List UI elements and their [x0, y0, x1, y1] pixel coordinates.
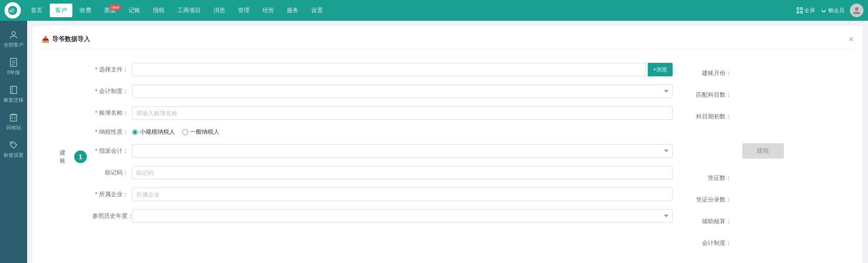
main-layout: 全部客户 0申报 账套迁移 回收站 标签设置	[0, 21, 868, 263]
subject-initial-row: 科目期初数：	[691, 110, 835, 123]
nav-right: 全屏 畅会员	[797, 4, 863, 17]
nav-business[interactable]: 工商项目	[172, 4, 206, 17]
company-label: * 所属企业：	[92, 190, 128, 198]
book-icon	[9, 85, 19, 95]
sidebar-label-trash: 回收站	[6, 124, 21, 131]
nav-service[interactable]: 服务	[281, 4, 304, 17]
fullscreen-btn[interactable]: 全屏	[797, 7, 815, 14]
dialog-header: 📥 导爷数据导入 ×	[42, 35, 854, 49]
company-row: * 所属企业：	[92, 188, 673, 201]
build-month-row: 建账月份：	[691, 66, 835, 80]
step-text: 建账	[60, 149, 71, 165]
trash-icon	[9, 113, 19, 122]
sidebar-label-declare: 0申报	[7, 69, 20, 76]
app-logo: E	[5, 2, 21, 19]
svg-text:E: E	[9, 9, 12, 13]
top-navbar: E 首页 客户 收费 票据 new 记账 报税 工商项目 消息 管理 经营 服务…	[0, 0, 868, 21]
build-month-label: 建账月份：	[691, 69, 731, 77]
user-icon	[9, 30, 19, 40]
close-button[interactable]: ×	[849, 35, 854, 43]
vip-btn[interactable]: 畅会员	[821, 7, 844, 14]
nav-bookkeeping[interactable]: 记账	[123, 4, 146, 17]
reference-year-label: 参照历史年度：	[92, 212, 128, 220]
sidebar-label-migrate: 账套迁移	[4, 97, 24, 103]
nav-home[interactable]: 首页	[25, 4, 48, 17]
radio-small-scale[interactable]: 小规模纳税人	[132, 128, 175, 136]
build-account-button[interactable]: 建账	[742, 143, 784, 159]
reference-year-row: 参照历史年度：	[92, 209, 673, 223]
sidebar-item-declare[interactable]: 0申报	[0, 53, 27, 80]
accountant-row: * 指派会计：	[92, 144, 673, 158]
nav-tax[interactable]: 报税	[147, 4, 170, 17]
ledger-name-input[interactable]	[132, 106, 673, 120]
company-input[interactable]	[132, 188, 673, 201]
accountant-label: * 指派会计：	[92, 147, 128, 155]
svg-point-7	[12, 32, 15, 35]
nav-customers[interactable]: 客户	[50, 4, 72, 17]
match-subjects-label: 匹配科目数：	[691, 91, 731, 99]
avatar[interactable]	[850, 4, 863, 17]
sidebar-item-tags[interactable]: 标签设置	[0, 136, 27, 163]
file-icon	[9, 57, 19, 67]
accounting-system-label: * 会计制度：	[92, 87, 128, 95]
form-layout: 建账 1 * 选择文件： +浏览	[42, 58, 854, 254]
sidebar: 全部客户 0申报 账套迁移 回收站 标签设置	[0, 21, 27, 263]
sidebar-item-migrate[interactable]: 账套迁移	[0, 80, 27, 108]
step-circle: 1	[74, 150, 87, 163]
voucher-records-label: 凭证分录数：	[691, 196, 731, 204]
radio-general[interactable]: 一般纳税人	[182, 128, 219, 136]
memo-code-row: 助记码：	[92, 166, 673, 179]
file-input[interactable]	[132, 63, 646, 76]
tax-type-radio-group: 小规模纳税人 一般纳税人	[132, 128, 219, 136]
auxiliary-row: 辅助核算：	[691, 215, 835, 228]
sidebar-label-all-customers: 全部客户	[4, 42, 24, 48]
radio-general-input[interactable]	[182, 129, 188, 135]
new-badge: new	[110, 5, 120, 10]
svg-rect-5	[801, 11, 802, 13]
nav-items: 首页 客户 收费 票据 new 记账 报税 工商项目 消息 管理 经营 服务 设…	[25, 4, 797, 17]
voucher-count-row: 凭证数：	[691, 171, 835, 185]
nav-settings[interactable]: 设置	[306, 4, 328, 17]
main-content: 📥 导爷数据导入 × 建账 1 * 选择文件：	[27, 21, 868, 263]
voucher-records-row: 凭证分录数：	[691, 193, 835, 207]
sidebar-item-all-customers[interactable]: 全部客户	[0, 25, 27, 53]
memo-code-label: 助记码：	[92, 169, 128, 177]
nav-operation[interactable]: 经营	[257, 4, 280, 17]
accounting-system-select[interactable]	[132, 85, 673, 98]
vip-label: 畅会员	[828, 7, 844, 14]
title-text: 导爷数据导入	[52, 35, 90, 43]
sidebar-label-tags: 标签设置	[4, 152, 24, 159]
svg-point-18	[11, 143, 13, 144]
svg-rect-3	[801, 8, 802, 9]
radio-general-label: 一般纳税人	[190, 128, 219, 136]
svg-point-6	[855, 7, 859, 11]
sidebar-item-trash[interactable]: 回收站	[0, 108, 27, 136]
svg-rect-14	[10, 115, 17, 121]
fullscreen-label: 全屏	[804, 7, 815, 14]
memo-code-input[interactable]	[132, 166, 673, 179]
form-fields: * 选择文件： +浏览 * 会计制度：	[92, 63, 673, 250]
tax-type-row: * 纳税性质： 小规模纳税人 一般纳税人	[92, 128, 673, 136]
dialog-title: 📥 导爷数据导入	[42, 35, 90, 43]
radio-small-scale-label: 小规模纳税人	[140, 128, 175, 136]
svg-rect-4	[797, 11, 799, 13]
right-accounting-system-row: 会计制度：	[691, 236, 835, 250]
nav-billing[interactable]: 收费	[74, 4, 97, 17]
match-subjects-row: 匹配科目数：	[691, 88, 835, 102]
reference-year-select[interactable]	[132, 209, 673, 223]
radio-small-scale-input[interactable]	[132, 129, 138, 135]
nav-message[interactable]: 消息	[208, 4, 231, 17]
step-label-area: 建账 1	[60, 63, 87, 250]
accountant-select[interactable]	[132, 144, 673, 158]
right-section: 建账月份： 匹配科目数： 科目期初数： 建账 凭证	[691, 63, 835, 250]
svg-rect-2	[797, 8, 799, 9]
file-label: * 选择文件：	[92, 66, 128, 74]
nav-manage[interactable]: 管理	[232, 4, 255, 17]
subject-initial-label: 科目期初数：	[691, 113, 731, 121]
accounting-system-row: * 会计制度：	[92, 85, 673, 98]
ledger-name-row: * 账簿名称：	[92, 106, 673, 120]
left-section: 建账 1 * 选择文件： +浏览	[60, 63, 673, 250]
svg-rect-8	[10, 58, 17, 66]
nav-invoices[interactable]: 票据 new	[99, 4, 121, 17]
browse-button[interactable]: +浏览	[648, 63, 673, 76]
